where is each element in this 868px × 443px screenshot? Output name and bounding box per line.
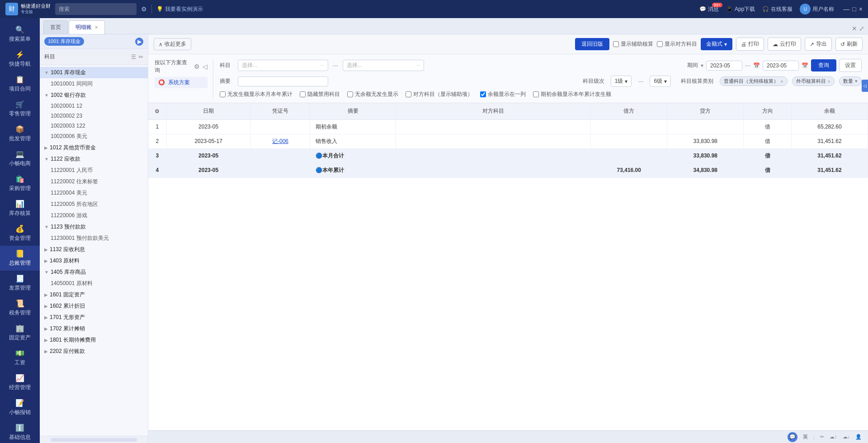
expand-btn[interactable]: ∧ 收起更多 (154, 38, 191, 50)
tag-quantity[interactable]: 数量 ▾ (839, 76, 862, 86)
tree-item-1132[interactable]: ▶ 1132 应收利息 (40, 244, 148, 255)
refresh-btn[interactable]: ↺ 刷新 (835, 38, 863, 51)
left-panel-scroll[interactable] (40, 436, 148, 443)
tree-item-2202[interactable]: ▶ 2202 应付账款 (40, 346, 148, 357)
calendar-icon-left[interactable]: 📅 (753, 62, 760, 69)
tree-item-1002[interactable]: ▼ 1002 银行存款 (40, 90, 148, 101)
calendar-icon-right[interactable]: 📅 (802, 62, 808, 69)
tag-foreign[interactable]: 外币核算科目 × (792, 76, 835, 86)
cloud-download-icon[interactable]: ☁↓ (843, 434, 850, 440)
tree-item-1403[interactable]: ▶ 1403 原材料 (40, 255, 148, 267)
sidebar-item-assets[interactable]: 🏢 固定资产 (0, 320, 40, 345)
edit-icon[interactable]: ✏ (139, 54, 143, 60)
tree-item-11220002[interactable]: 11220002 往来标签 (40, 176, 148, 187)
tree-item-10020002[interactable]: 10020002 23 (40, 111, 148, 121)
sidebar-item-project[interactable]: 📋 项目合同 (0, 71, 40, 96)
expand-window-icon[interactable]: ⤢ (859, 25, 864, 32)
sidebar-item-retail[interactable]: 🛒 零售管理 (0, 96, 40, 121)
th-settings[interactable]: ⚙ (148, 103, 166, 119)
tree-item-10020006[interactable]: 10020006 美元 (40, 131, 148, 142)
tree-item-1122[interactable]: ▼ 1122 应收款 (40, 153, 148, 165)
message-btn[interactable]: 💬 消息 99+ (699, 5, 719, 13)
tab-detail[interactable]: 明细账 ✕ (69, 20, 105, 34)
tree-item-10010001[interactable]: 10010001 同同同 (40, 78, 148, 90)
tree-item-1702[interactable]: ▶ 1702 累计摊销 (40, 323, 148, 334)
cloud-print-btn[interactable]: ☁ 云打印 (768, 38, 801, 51)
tag-foreign-remove[interactable]: × (828, 79, 830, 84)
subject-check[interactable] (657, 41, 663, 47)
system-scheme-item[interactable]: 系统方案 (166, 78, 192, 86)
minimize-btn[interactable]: — (843, 5, 849, 13)
app-download-btn[interactable]: 📱 App下载 (726, 5, 755, 13)
settings-btn-panel[interactable]: 设置 (839, 59, 862, 72)
sidebar-item-inventory[interactable]: 📊 库存核算 (0, 196, 40, 221)
sidebar-item-wholesale[interactable]: 📦 批发管理 (0, 121, 40, 146)
export-btn[interactable]: ↗ 导出 (805, 38, 832, 51)
checkbox-opening[interactable]: 期初余额显示本年累计发生额 (533, 91, 611, 98)
sidebar-item-finance[interactable]: 💰 资金管理 (0, 221, 40, 246)
scheme-settings-icon[interactable]: ⚙ (194, 63, 200, 70)
user-bottom-icon[interactable]: 👤 (855, 434, 862, 440)
sidebar-item-ecommerce[interactable]: 💻 小畅电商 (0, 146, 40, 171)
tree-item-10020001[interactable]: 10020001 12 (40, 101, 148, 111)
tag-normal-remove[interactable]: × (780, 79, 783, 84)
tag-normal[interactable]: 普通科目（无特殊核算） × (720, 76, 787, 86)
tree-item-1012[interactable]: ▶ 1012 其他货币资金 (40, 142, 148, 153)
back-to-old-btn[interactable]: 退回旧版 (575, 38, 609, 50)
level-from-select[interactable]: 1级 ▾ (611, 76, 632, 87)
sidebar-item-basic[interactable]: ℹ️ 基础信息 (0, 420, 40, 443)
tree-item-11220004[interactable]: 11220004 美元 (40, 187, 148, 199)
tree-item-11230001[interactable]: 11230001 预付款款美元 (40, 233, 148, 244)
right-collapse-tab[interactable]: ◁ (862, 80, 868, 92)
close-window-icon[interactable]: ✕ (852, 25, 857, 32)
print-btn[interactable]: 🖨 打印 (736, 38, 764, 51)
online-service-btn[interactable]: 🎧 在线客服 (762, 5, 793, 13)
period-start[interactable] (706, 61, 742, 71)
tree-item-1602[interactable]: ▶ 1602 累计折旧 (40, 300, 148, 312)
checkbox-no-balance[interactable]: 无发生额显示本月本年累计 (220, 91, 292, 98)
tree-item-1801[interactable]: ▶ 1801 长期待摊费用 (40, 334, 148, 346)
level-to-select[interactable]: 6级 ▾ (650, 76, 671, 87)
show-subject-checkbox[interactable]: 显示对方科目 (657, 40, 697, 48)
settings-icon[interactable]: ⚙ (141, 5, 147, 13)
user-profile[interactable]: U 用户名称 (800, 4, 834, 14)
tree-item-1701[interactable]: ▶ 1701 无形资产 (40, 312, 148, 323)
subject-input[interactable]: 选择... ··· (238, 60, 328, 71)
tree-item-11220005[interactable]: 11220005 所在地区 (40, 199, 148, 210)
period-end[interactable] (763, 61, 799, 71)
sidebar-item-search[interactable]: 🔍 搜索菜单 (0, 22, 40, 47)
td-voucher-2[interactable]: 记-006 (250, 134, 310, 148)
tree-item-11220006[interactable]: 11220006 游戏 (40, 210, 148, 221)
list-icon[interactable]: ☰ (131, 54, 136, 60)
tree-item-1405[interactable]: ▼ 1405 库存商品 (40, 267, 148, 278)
sidebar-item-purchase[interactable]: 🛍️ 采购管理 (0, 171, 40, 196)
summary-input[interactable] (238, 76, 328, 86)
tab-home[interactable]: 首页 (43, 20, 68, 34)
checkbox-hide-disabled[interactable]: 隐藏禁用科目 (300, 91, 340, 98)
sidebar-item-report[interactable]: 📝 小畅报销 (0, 395, 40, 420)
edit-bottom-icon[interactable]: ✏ (820, 434, 824, 440)
sidebar-item-ledger[interactable]: 📒 总账管理 (0, 246, 40, 271)
tab-detail-close[interactable]: ✕ (94, 25, 98, 30)
sidebar-item-invoice[interactable]: 🧾 发票管理 (0, 271, 40, 295)
selected-account-tag[interactable]: 1001 库存现金 (44, 37, 84, 46)
tree-item-11220001[interactable]: 11220001 人民币 (40, 165, 148, 176)
maximize-btn[interactable]: □ (852, 5, 856, 13)
account-navigate-btn[interactable]: ▶ (135, 38, 143, 46)
checkbox-contra[interactable]: 对方科目（显示辅助项） (406, 91, 473, 98)
sidebar-item-quick[interactable]: ⚡ 快捷导航 (0, 47, 40, 71)
chat-bot-icon[interactable]: 💬 (788, 432, 797, 442)
query-btn[interactable]: 查询 (811, 59, 836, 71)
tree-item-10020003[interactable]: 10020003 122 (40, 121, 148, 131)
lang-label[interactable]: 英 (803, 433, 808, 440)
tree-item-1001[interactable]: ▼ 1001 库存现金 (40, 67, 148, 78)
amount-format-btn[interactable]: 金额式 ▾ (701, 38, 732, 50)
tree-item-14050001[interactable]: 14050001 原材料 (40, 278, 148, 289)
scheme-collapse-icon[interactable]: ◁ (203, 63, 208, 70)
checkbox-balance-col[interactable]: 余额显示在一列 (480, 91, 526, 98)
checkbox-no-balance2[interactable]: 无余额无发生显示 (347, 91, 398, 98)
close-btn[interactable]: × (859, 5, 863, 13)
sidebar-item-tax[interactable]: 📜 税务管理 (0, 295, 40, 320)
tree-item-1123[interactable]: ▼ 1123 预付款款 (40, 221, 148, 233)
assist-check[interactable] (613, 41, 619, 47)
